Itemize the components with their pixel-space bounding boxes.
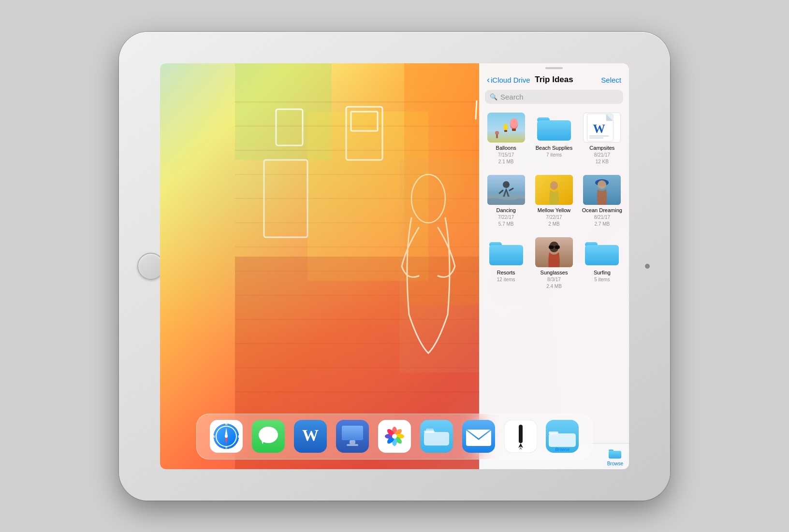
browse-label: Browse <box>607 461 623 466</box>
browse-dock-label: Browse <box>555 447 570 452</box>
files-grid: Balloons 7/15/172.1 MB <box>479 108 629 443</box>
files-panel: ‹ iCloud Drive Trip Ideas Select 🔍 Searc… <box>479 63 629 469</box>
file-meta-sunglasses: 8/3/172.4 MB <box>546 276 562 290</box>
file-thumb-mellow-yellow <box>535 175 573 205</box>
dock-mail[interactable] <box>462 420 495 453</box>
file-meta-mellow-yellow: 7/22/172 MB <box>546 214 562 228</box>
dock-photos[interactable] <box>378 420 411 453</box>
svg-rect-44 <box>537 120 571 141</box>
svg-text:W: W <box>593 121 605 135</box>
svg-rect-112 <box>549 433 576 447</box>
safari-icon: N S W E <box>210 420 243 453</box>
file-item-balloons[interactable]: Balloons 7/15/172.1 MB <box>483 110 529 168</box>
panel-title: Trip Ideas <box>535 75 573 85</box>
file-item-dancing[interactable]: Dancing 7/22/175.7 MB <box>483 172 529 230</box>
svg-rect-42 <box>504 130 507 132</box>
file-item-beach-supplies[interactable]: Beach Supplies 7 items <box>531 110 577 168</box>
svg-rect-87 <box>342 426 363 440</box>
ipad-device: ‹ iCloud Drive Trip Ideas Select 🔍 Searc… <box>119 32 670 501</box>
file-thumb-beach-supplies <box>535 113 573 143</box>
file-meta-campsites: 8/21/1712 KB <box>594 152 610 165</box>
svg-text:W: W <box>212 435 216 438</box>
svg-rect-59 <box>489 245 523 265</box>
panel-header: ‹ iCloud Drive Trip Ideas Select <box>479 71 629 88</box>
svg-text:E: E <box>238 435 240 438</box>
file-name-beach-supplies: Beach Supplies <box>536 145 572 151</box>
svg-rect-103 <box>426 429 434 432</box>
right-sensor <box>645 264 650 269</box>
dock-keynote[interactable] <box>336 420 369 453</box>
drag-indicator <box>545 67 563 69</box>
svg-point-52 <box>503 181 510 188</box>
file-meta-beach-supplies: 7 items <box>546 152 562 158</box>
svg-rect-89 <box>347 444 358 446</box>
select-button[interactable]: Select <box>601 76 621 84</box>
dock-messages[interactable] <box>252 420 285 453</box>
file-thumb-ocean-dreaming <box>583 175 621 205</box>
file-meta-dancing: 7/22/175.7 MB <box>498 214 514 228</box>
search-icon: 🔍 <box>490 93 497 101</box>
back-chevron-icon: ‹ <box>487 75 490 85</box>
svg-point-41 <box>503 124 508 130</box>
file-name-balloons: Balloons <box>496 145 516 151</box>
ipad-screen: ‹ iCloud Drive Trip Ideas Select 🔍 Searc… <box>160 63 629 469</box>
dock-browse[interactable]: Browse <box>546 420 579 453</box>
pen-icon <box>504 420 537 453</box>
svg-point-37 <box>510 118 518 128</box>
file-meta-ocean-dreaming: 8/21/172.7 MB <box>594 214 610 228</box>
file-name-campsites: Campsites <box>589 145 614 151</box>
file-name-ocean-dreaming: Ocean Dreaming <box>582 207 622 214</box>
file-item-mellow-yellow[interactable]: Mellow Yellow 7/22/172 MB <box>531 172 577 230</box>
file-thumb-balloons <box>487 113 525 143</box>
svg-rect-102 <box>424 432 449 446</box>
svg-point-82 <box>259 427 278 443</box>
file-thumb-campsites: W <box>583 113 621 143</box>
dock-pen[interactable] <box>504 420 537 453</box>
file-thumb-resorts <box>487 237 525 267</box>
file-item-ocean-dreaming[interactable]: Ocean Dreaming 8/21/172.7 MB <box>579 172 625 230</box>
messages-icon <box>252 420 285 453</box>
file-name-sunglasses: Sunglasses <box>541 270 568 276</box>
svg-rect-62 <box>549 245 554 249</box>
file-item-campsites[interactable]: W Campsites 8/21/1712 KB <box>579 110 625 168</box>
svg-point-57 <box>598 180 606 189</box>
dock: N S W E <box>196 414 593 460</box>
svg-point-99 <box>392 434 397 439</box>
file-name-dancing: Dancing <box>496 207 515 214</box>
file-meta-balloons: 7/15/172.1 MB <box>498 152 514 165</box>
dock-word[interactable]: W <box>294 420 327 453</box>
dock-safari[interactable]: N S W E <box>210 420 243 453</box>
back-button[interactable]: ‹ iCloud Drive <box>487 75 530 85</box>
file-meta-surfing: 5 items <box>594 276 610 283</box>
mail-icon <box>462 420 495 453</box>
search-bar[interactable]: 🔍 Search <box>485 90 623 104</box>
svg-point-34 <box>495 131 499 135</box>
svg-rect-49 <box>589 135 609 136</box>
file-item-surfing[interactable]: Surfing 5 items <box>579 234 625 293</box>
photos-icon <box>378 420 411 453</box>
file-name-mellow-yellow: Mellow Yellow <box>538 207 570 214</box>
file-meta-resorts: 12 items <box>497 276 515 283</box>
file-thumb-surfing <box>583 237 621 267</box>
file-item-sunglasses[interactable]: Sunglasses 8/3/172.4 MB <box>531 234 577 293</box>
file-name-surfing: Surfing <box>594 270 611 276</box>
file-thumb-sunglasses <box>535 237 573 267</box>
svg-point-76 <box>225 435 228 438</box>
word-icon: W <box>294 420 327 453</box>
browse-button[interactable]: Browse <box>607 446 623 466</box>
svg-rect-63 <box>555 245 560 249</box>
svg-rect-66 <box>585 245 619 265</box>
svg-text:N: N <box>225 422 228 426</box>
file-thumb-dancing <box>487 175 525 205</box>
svg-rect-88 <box>350 440 355 444</box>
svg-text:W: W <box>302 426 319 444</box>
svg-rect-107 <box>519 425 523 443</box>
dock-files[interactable] <box>420 420 453 453</box>
file-item-resorts[interactable]: Resorts 12 items <box>483 234 529 293</box>
svg-rect-35 <box>496 134 498 138</box>
svg-rect-50 <box>589 137 603 138</box>
svg-point-54 <box>550 181 558 190</box>
file-name-resorts: Resorts <box>497 270 515 276</box>
keynote-icon <box>336 420 369 453</box>
back-label: iCloud Drive <box>491 76 530 84</box>
